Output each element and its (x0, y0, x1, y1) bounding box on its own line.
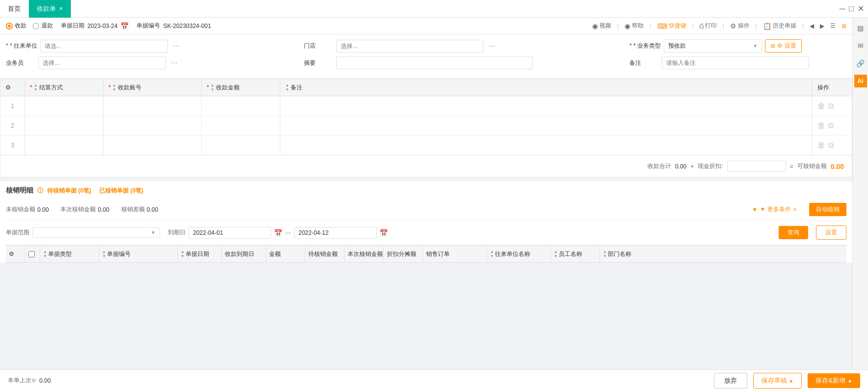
amount-sort[interactable]: ▲▼ (211, 83, 215, 92)
print-label: 打印 (705, 22, 717, 30)
summary-input[interactable] (336, 56, 533, 69)
sidebar-ai-icon[interactable]: Ai (854, 75, 867, 87)
refund-radio[interactable]: 退款 (32, 22, 53, 30)
doctype-sort[interactable]: ▲▼ (43, 250, 47, 258)
tab-receipt-label: 收款单 (37, 0, 56, 18)
business-type-select[interactable]: 预收款 ▼ (664, 39, 762, 53)
row-2-note[interactable] (280, 116, 813, 135)
shortcut-btn[interactable]: ⌨ 快捷键 (657, 22, 686, 30)
next-btn[interactable]: ▶ (820, 23, 824, 29)
video-btn[interactable]: ◉ 视频 (592, 22, 611, 30)
staff-input[interactable] (38, 56, 166, 69)
row-3-settlement[interactable] (25, 136, 104, 155)
row-2-copy-icon[interactable]: ⧉ (828, 121, 834, 130)
list-btn[interactable]: ☰ (830, 23, 836, 29)
form-row-1: * 往来单位 ··· 门店 ··· * 业务类型 预收款 ▼ ⚙ ⚙ 设置 (6, 39, 846, 53)
row-1-note[interactable] (280, 96, 813, 115)
settings-col-header[interactable]: ⚙ (0, 79, 25, 96)
print-btn[interactable]: ⎙ 打印 (700, 22, 717, 30)
filter-settings-btn[interactable]: 设置 (816, 225, 846, 240)
more-filter-btn[interactable]: ▼ ▼ 更多条件 ∧ (752, 205, 797, 214)
query-btn[interactable]: 查询 (779, 226, 808, 239)
number-value[interactable]: SK-20230324-001 (163, 23, 211, 29)
row-2-delete-icon[interactable]: 🗑 (817, 121, 825, 130)
row-2-settlement[interactable] (25, 116, 104, 135)
date-range-filter: 到期日 📅 — 📅 (168, 227, 388, 239)
row-1-settlement[interactable] (25, 96, 104, 115)
row-1-delete-icon[interactable]: 🗑 (817, 102, 825, 111)
info-icon[interactable]: ⓘ (37, 187, 43, 195)
maximize-icon[interactable]: □ (849, 4, 854, 13)
minimize-icon[interactable]: ─ (840, 4, 845, 13)
help-btn[interactable]: ◉ 帮助 (624, 22, 644, 30)
sidebar-table-icon[interactable]: ▤ (854, 22, 867, 34)
save-new-btn[interactable]: 保存&新增 ▲ (808, 373, 860, 388)
row-1-amount[interactable] (202, 96, 280, 115)
note-input[interactable] (662, 56, 809, 69)
form-row-2: 业务员 ··· 摘要 备注 (6, 56, 846, 69)
close-tab-icon[interactable]: ✕ (59, 0, 63, 18)
bth-settings[interactable]: ⚙ (6, 246, 26, 262)
due-date-from-input[interactable] (189, 227, 271, 239)
bth-current: 本次核销金额 (345, 246, 384, 262)
discount-input[interactable] (727, 161, 786, 172)
to-calendar-icon[interactable]: 📅 (380, 229, 388, 237)
row-3-copy-icon[interactable]: ⧉ (828, 141, 834, 150)
receipt-radio[interactable]: 收款 (6, 22, 27, 30)
row-3-amount[interactable] (202, 136, 280, 155)
history-label: 历史单据 (773, 22, 796, 30)
docnumber-sort[interactable]: ▲▼ (102, 250, 106, 258)
account-sort[interactable]: ▲▼ (112, 83, 116, 92)
staff-more-icon[interactable]: ··· (171, 58, 177, 67)
settings-button[interactable]: ⚙ ⚙ 设置 (765, 39, 801, 53)
bth-checkbox[interactable] (26, 246, 40, 262)
pending-label: 待核销金额 (308, 250, 338, 258)
calendar-icon[interactable]: 📅 (120, 22, 129, 30)
gear-icon: ⚙ (770, 43, 776, 50)
grid-btn[interactable]: ⊞ (841, 23, 846, 29)
save-draft-btn[interactable]: 保存草稿 ▲ (753, 373, 802, 388)
due-date-to-input[interactable] (294, 227, 377, 239)
table-row: 3 🗑 ⧉ (0, 136, 852, 155)
settlement-sort[interactable]: ▲▼ (34, 83, 38, 92)
bth-counterparty: ▲▼ 往来单位名称 (487, 246, 551, 262)
select-all-checkbox[interactable] (28, 251, 35, 257)
counterparty-more-icon[interactable]: ··· (173, 42, 179, 51)
prev-btn[interactable]: ◀ (810, 23, 814, 29)
number-field: 单据编号 SK-20230324-001 (136, 22, 211, 30)
counterparty-sort[interactable]: ▲▼ (490, 250, 494, 258)
row-3-delete-icon[interactable]: 🗑 (817, 141, 825, 150)
row-1-copy-icon[interactable]: ⧉ (828, 102, 834, 111)
verified-tab-count: 0笔 (132, 187, 141, 194)
tab-home[interactable]: 首页 (0, 0, 29, 18)
sidebar-attachment-icon[interactable]: 🔗 (854, 57, 867, 70)
auto-verify-btn[interactable]: 自动核销 (809, 203, 846, 216)
date-value[interactable]: 2023-03-24 (87, 23, 117, 29)
counterparty-input[interactable] (40, 40, 168, 53)
from-calendar-icon[interactable]: 📅 (274, 229, 282, 237)
row-1-account[interactable] (104, 96, 202, 115)
operation-btn[interactable]: ⚙ 操作 (730, 22, 750, 30)
sidebar-email-icon[interactable]: ✉ (854, 39, 867, 52)
note-sort[interactable]: ▲▼ (285, 83, 289, 92)
store-input[interactable] (336, 40, 484, 53)
abandon-btn[interactable]: 放弃 (714, 373, 747, 388)
tab-receipt[interactable]: 收款单 ✕ (29, 0, 71, 18)
history-btn[interactable]: 📋 历史单据 (763, 22, 796, 30)
row-2-amount[interactable] (202, 116, 280, 135)
row-3-account[interactable] (104, 136, 202, 155)
window-close-icon[interactable]: ✕ (858, 4, 864, 13)
row-2-account[interactable] (104, 116, 202, 135)
video-icon: ◉ (592, 22, 598, 30)
staff-sort[interactable]: ▲▼ (554, 250, 558, 258)
row-3-note[interactable] (280, 136, 813, 155)
docdate-sort[interactable]: ▲▼ (181, 250, 185, 258)
range-select[interactable]: ▼ (32, 227, 160, 238)
pending-tab[interactable]: 待核销单据 (0笔) (47, 187, 91, 195)
row-2-num: 2 (0, 116, 25, 135)
store-more-icon[interactable]: ··· (488, 42, 495, 51)
verified-tab[interactable]: 已核销单据 (0笔) (99, 187, 143, 195)
amount-col-header: ▲▼ 收款金额 (202, 79, 280, 96)
table-footer: 收款合计 0.00 + 现金折扣: = 可核销金额 0.00 (0, 155, 852, 177)
dept-sort[interactable]: ▲▼ (603, 250, 607, 258)
